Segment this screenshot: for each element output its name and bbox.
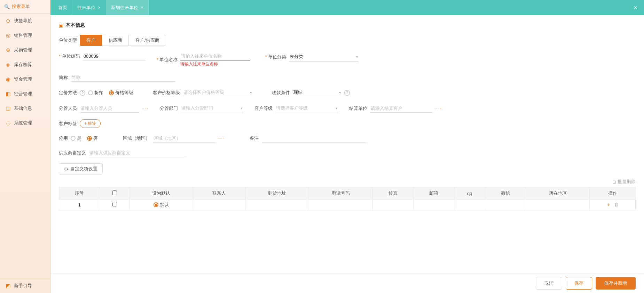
payment-terms-help-icon[interactable]: ? xyxy=(344,90,350,96)
sidebar-item-inventory[interactable]: ◈ 库存核算 xyxy=(0,57,50,72)
guide-icon: ◩ xyxy=(5,283,11,289)
col-region: 所在地区 xyxy=(526,187,590,200)
customer-price-chevron: ▾ xyxy=(250,91,252,95)
region-more-btn[interactable]: ··· xyxy=(218,136,225,141)
col-contact: 联系人 xyxy=(193,187,245,200)
add-tag-button[interactable]: + 标签 xyxy=(80,119,101,128)
row-checkbox[interactable] xyxy=(100,200,129,210)
manager-input[interactable] xyxy=(80,104,140,113)
remark-input[interactable] xyxy=(261,134,366,143)
sidebar-item-system[interactable]: ◌ 系统管理 xyxy=(0,116,50,130)
tab-new-partner[interactable]: 新增往来单位 ✕ xyxy=(106,0,149,15)
disable-no-radio[interactable]: 否 xyxy=(87,135,98,141)
col-email: 邮箱 xyxy=(413,187,454,200)
form-footer: 取消 保存 保存并新增 xyxy=(50,273,644,293)
payment-terms-select[interactable]: 现结 ▾ xyxy=(293,88,341,97)
cancel-button[interactable]: 取消 xyxy=(536,277,562,290)
row-seq: 1 xyxy=(59,200,100,210)
quick-nav-icon: ⊙ xyxy=(5,18,11,24)
unit-code-label: 单位编码 xyxy=(59,53,80,59)
unit-btn-customer[interactable]: 客户 xyxy=(80,35,102,46)
pricing-price-level-radio[interactable]: 价格等级 xyxy=(109,90,133,96)
sidebar-item-basic-info[interactable]: ◫ 基础信息 xyxy=(0,101,50,116)
row-default-circle xyxy=(154,202,158,207)
col-checkbox[interactable] xyxy=(100,187,129,200)
supplier-custom-input[interactable] xyxy=(89,149,186,157)
settlement-unit-more-btn[interactable]: ··· xyxy=(435,106,442,111)
batch-delete-button[interactable]: ⊡ 批量删除 xyxy=(612,179,636,185)
unit-category-chevron: ▾ xyxy=(356,55,358,59)
tab-home[interactable]: 首页 xyxy=(53,0,72,15)
pricing-radio-group: 折扣 价格等级 xyxy=(88,90,133,96)
row-default[interactable]: 默认 xyxy=(129,200,193,210)
region-label: 区域（地区） xyxy=(123,135,150,141)
unit-category-select[interactable]: 未分类 ▾ xyxy=(289,52,359,62)
sidebar-item-operations[interactable]: ◧ 经营管理 xyxy=(0,87,50,101)
row-wechat[interactable] xyxy=(485,200,526,210)
custom-settings-button[interactable]: ⚙ 自定义项设置 xyxy=(59,163,103,174)
unit-category-value: 未分类 xyxy=(290,54,355,60)
tab-partner[interactable]: 往来单位 ✕ xyxy=(72,0,106,15)
row-checkbox-input[interactable] xyxy=(112,202,117,206)
disable-yes-radio[interactable]: 是 xyxy=(71,135,81,141)
sidebar: 🔍 搜索菜单 ⊙ 快捷导航 ◎ 销售管理 ⊕ 采购管理 ◈ 库存核算 ◉ 资金管… xyxy=(0,0,50,293)
sales-icon: ◎ xyxy=(5,32,11,39)
dept-chevron: ▾ xyxy=(241,106,243,110)
short-name-field: 简称 xyxy=(59,73,175,82)
pricing-help-icon[interactable]: ? xyxy=(80,90,85,96)
sidebar-item-guide[interactable]: ◩ 新手引导 xyxy=(0,278,50,293)
inventory-icon: ◈ xyxy=(5,62,11,68)
manager-row: 分管人员 ··· 分管部门 请输入分管部门 ▾ 客户等级 请选择客户等级 ▾ 结… xyxy=(59,104,636,113)
short-name-row: 简称 xyxy=(59,73,636,82)
save-new-button[interactable]: 保存并新增 xyxy=(596,277,636,290)
row-qq[interactable] xyxy=(454,200,485,210)
unit-name-input[interactable] xyxy=(180,52,250,60)
row-default-radio[interactable]: 默认 xyxy=(133,202,190,208)
sidebar-item-sales[interactable]: ◎ 销售管理 xyxy=(0,28,50,43)
row-region[interactable] xyxy=(526,200,590,210)
short-name-input[interactable] xyxy=(71,73,175,82)
sidebar-item-finance[interactable]: ◉ 资金管理 xyxy=(0,72,50,87)
tab-bar: 首页 往来单位 ✕ 新增往来单位 ✕ ✕ xyxy=(50,0,644,15)
main-area: 首页 往来单位 ✕ 新增往来单位 ✕ ✕ ▣ 基本信息 单位类型 客户 供应商 xyxy=(50,0,644,293)
unit-btn-both[interactable]: 客户/供应商 xyxy=(129,35,166,46)
region-input[interactable] xyxy=(153,134,215,143)
sidebar-search[interactable]: 🔍 搜索菜单 xyxy=(0,0,50,14)
row-add-icon[interactable]: ＋ xyxy=(606,202,611,207)
window-close-icon[interactable]: ✕ xyxy=(630,5,641,11)
settlement-unit-input[interactable] xyxy=(370,104,433,113)
select-all-checkbox[interactable] xyxy=(112,190,117,195)
tab-new-partner-close[interactable]: ✕ xyxy=(140,5,144,10)
customer-level-select[interactable]: 请选择客户等级 ▾ xyxy=(275,104,338,113)
sidebar-item-purchase[interactable]: ⊕ 采购管理 xyxy=(0,43,50,57)
row-contact[interactable] xyxy=(193,200,245,210)
col-actions: 操作 xyxy=(590,187,636,200)
manager-label: 分管人员 xyxy=(59,105,77,112)
sidebar-item-quick-nav[interactable]: ⊙ 快捷导航 xyxy=(0,14,50,28)
section-title: 基本信息 xyxy=(65,22,85,29)
customer-tag-label: 客户标签 xyxy=(59,121,77,127)
row-phone[interactable] xyxy=(309,200,372,210)
table-actions: ⊡ 批量删除 xyxy=(59,179,636,185)
customer-price-select[interactable]: 请选择客户价格等级 ▾ xyxy=(183,88,252,97)
row-delete-icon[interactable]: 🗑 xyxy=(614,202,619,207)
row-fax[interactable] xyxy=(372,200,414,210)
col-fax: 传真 xyxy=(372,187,414,200)
tab-partner-close[interactable]: ✕ xyxy=(97,5,101,10)
row-address[interactable] xyxy=(245,200,309,210)
search-icon: 🔍 xyxy=(4,4,10,9)
supplier-custom-field: 供应商自定义 xyxy=(59,149,186,157)
table-row: 1 默认 xyxy=(59,200,636,210)
pricing-price-level-circle xyxy=(109,90,114,95)
manager-more-btn[interactable]: ··· xyxy=(142,106,149,111)
settings-gear-icon: ⚙ xyxy=(64,166,68,172)
finance-icon: ◉ xyxy=(5,76,11,82)
row-email[interactable] xyxy=(413,200,454,210)
save-button[interactable]: 保存 xyxy=(566,277,592,290)
customer-level-placeholder: 请选择客户等级 xyxy=(276,105,334,111)
contact-table-section: ⊡ 批量删除 序号 设为默认 联系人 到货地址 电话号码 传真 邮箱 qq xyxy=(59,179,636,210)
dept-select[interactable]: 请输入分管部门 ▾ xyxy=(181,104,243,113)
unit-btn-supplier[interactable]: 供应商 xyxy=(102,35,129,46)
unit-code-input[interactable]: 000009 xyxy=(83,52,146,60)
pricing-discount-radio[interactable]: 折扣 xyxy=(88,90,103,96)
